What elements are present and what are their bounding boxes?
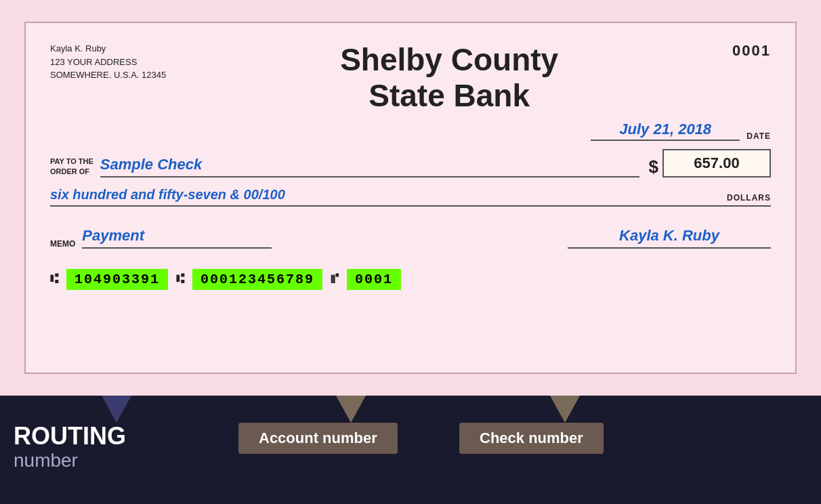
written-amount-row: six hundred and fifty-seven & 00/100 DOL… <box>50 187 771 207</box>
account-label-box: Account number <box>238 423 398 454</box>
amount-box: 657.00 <box>662 149 771 177</box>
micr-close-sym: ⑆ <box>176 272 184 287</box>
routing-label-sub: number <box>14 450 196 471</box>
payee-line: Sample Check <box>100 156 639 177</box>
routing-label-title: ROUTING <box>14 423 196 450</box>
bank-name: Shelby County State Bank <box>180 42 719 114</box>
pay-to-row: PAY TO THE ORDER OF Sample Check $ 657.0… <box>50 149 771 177</box>
date-value: July 21, 2018 <box>591 121 740 141</box>
micr-eq-sym: ⑈ <box>331 272 339 287</box>
memo-text: Payment <box>82 227 144 244</box>
check-header: Kayla K. Ruby 123 YOUR ADDRESS SOMEWHERE… <box>50 42 771 114</box>
micr-routing: 104903391 <box>66 269 168 290</box>
account-arrow <box>336 396 366 423</box>
legend-area: ROUTING number Account number Check numb… <box>0 396 821 504</box>
date-row: July 21, 2018 DATE <box>50 121 771 141</box>
memo-label: MEMO <box>50 239 75 249</box>
account-label: Account number <box>238 423 398 454</box>
check-number-top: 0001 <box>732 42 771 60</box>
dollar-sign: $ <box>649 156 658 177</box>
date-label: DATE <box>746 131 771 141</box>
address-line2: SOMEWHERE. U.S.A. 12345 <box>50 68 166 82</box>
pay-to-label: PAY TO THE ORDER OF <box>50 156 93 177</box>
check-area: Kayla K. Ruby 123 YOUR ADDRESS SOMEWHERE… <box>0 0 821 396</box>
micr-check-num: 0001 <box>347 269 401 290</box>
written-amount: six hundred and fifty-seven & 00/100 <box>50 187 720 203</box>
check-number-arrow <box>550 396 580 423</box>
check-address: Kayla K. Ruby 123 YOUR ADDRESS SOMEWHERE… <box>50 42 166 82</box>
routing-label-box: ROUTING number <box>14 423 196 471</box>
address-name: Kayla K. Ruby <box>50 42 166 56</box>
micr-row: ⑆ 104903391 ⑆ 000123456789 ⑈ 0001 <box>50 269 771 290</box>
address-line1: 123 YOUR ADDRESS <box>50 56 166 69</box>
memo-sig-row: MEMO Payment Kayla K. Ruby <box>50 227 771 249</box>
dollars-label: DOLLARS <box>727 193 771 203</box>
routing-arrow <box>102 396 131 423</box>
check-label-box: Check number <box>459 423 604 454</box>
micr-account: 000123456789 <box>192 269 322 290</box>
micr-open-sym: ⑆ <box>50 272 58 287</box>
check-number-label: Check number <box>459 423 604 454</box>
memo-line: Payment <box>82 227 272 249</box>
signature-text: Kayla K. Ruby <box>619 227 719 244</box>
signature-line: Kayla K. Ruby <box>568 227 771 249</box>
check: Kayla K. Ruby 123 YOUR ADDRESS SOMEWHERE… <box>24 22 797 374</box>
payee-name: Sample Check <box>100 156 202 173</box>
